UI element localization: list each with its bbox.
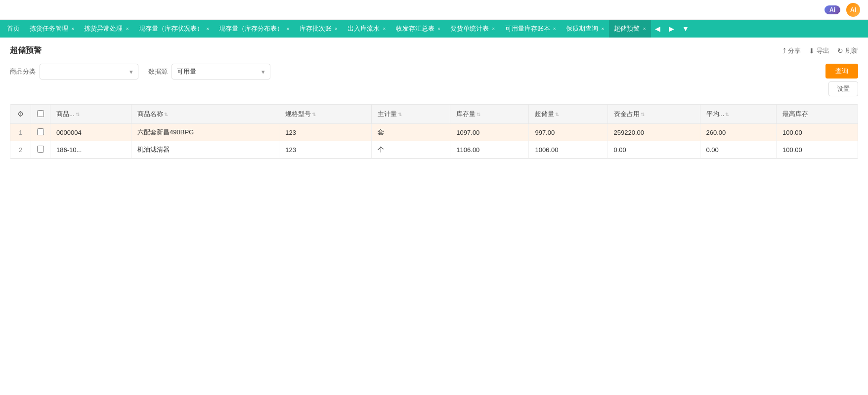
row-checkbox[interactable] <box>37 128 44 135</box>
data-source-select[interactable]: 可用量 ▾ <box>172 64 270 79</box>
product-name-header[interactable]: 商品名称⇅ <box>131 105 279 124</box>
unit-cell: 个 <box>372 141 450 158</box>
nav-item-summary[interactable]: 收发存汇总表 × <box>391 20 445 38</box>
nav-item-exception[interactable]: 拣货异常处理 × <box>79 20 133 38</box>
nav-batch-label: 库存批次账 <box>300 24 332 33</box>
overflow-cell: 997.00 <box>529 124 608 141</box>
refresh-button[interactable]: ↻ 刷新 <box>837 46 858 55</box>
product-code-cell: 0000004 <box>50 124 131 141</box>
max-stock-header[interactable]: 最高库存 <box>776 105 858 124</box>
nav-next-arrow[interactable]: ▶ <box>665 20 679 38</box>
close-icon[interactable]: × <box>601 26 604 32</box>
nav-item-batch[interactable]: 库存批次账 × <box>295 20 343 38</box>
capital-cell: 259220.00 <box>608 124 700 141</box>
refresh-icon: ↻ <box>837 47 843 55</box>
close-icon[interactable]: × <box>206 26 209 32</box>
topbar: Ai AI <box>0 0 868 20</box>
ai-button[interactable]: Ai <box>825 5 840 14</box>
nav-item-stock-status[interactable]: 现存量（库存状况表） × <box>134 20 214 38</box>
row-checkbox-cell <box>31 141 50 158</box>
nav-stock-status-label: 现存量（库存状况表） <box>139 24 203 33</box>
row-number: 1 <box>10 124 31 141</box>
close-icon[interactable]: × <box>286 26 289 32</box>
nav-item-expiry[interactable]: 保质期查询 × <box>561 20 609 38</box>
overflow-cell: 1006.00 <box>529 141 608 158</box>
export-button[interactable]: ⬇ 导出 <box>809 46 829 55</box>
sort-icon: ⇅ <box>76 112 80 117</box>
row-checkbox[interactable] <box>37 146 44 153</box>
avg-header[interactable]: 平均...⇅ <box>700 105 776 124</box>
nav-order-stats-label: 要货单统计表 <box>450 24 489 33</box>
chevron-down-icon: ▾ <box>130 68 133 76</box>
export-icon: ⬇ <box>809 47 815 55</box>
product-category-filter: 商品分类 ▾ <box>10 64 138 79</box>
query-button[interactable]: 查询 <box>825 64 858 79</box>
header-actions: ⤴ 分享 ⬇ 导出 ↻ 刷新 <box>782 46 858 55</box>
close-icon[interactable]: × <box>437 26 440 32</box>
close-icon[interactable]: × <box>492 26 495 32</box>
gear-column-header: ⚙ <box>10 105 31 124</box>
sort-icon: ⇅ <box>312 112 316 117</box>
product-code-header[interactable]: 商品...⇅ <box>50 105 131 124</box>
nav-item-overflow[interactable]: 超储预警 × <box>609 20 651 38</box>
product-code-cell: 186-10... <box>50 141 131 158</box>
overflow-header[interactable]: 超储量⇅ <box>529 105 608 124</box>
close-icon[interactable]: × <box>126 26 129 32</box>
page-container: 超储预警 ⤴ 分享 ⬇ 导出 ↻ 刷新 商品分类 ▾ 数据源 <box>0 38 868 167</box>
nav-summary-label: 收发存汇总表 <box>396 24 434 33</box>
nav-item-inout[interactable]: 出入库流水 × <box>343 20 391 38</box>
capital-header[interactable]: 资金占用⇅ <box>608 105 700 124</box>
nav-inout-label: 出入库流水 <box>347 24 380 33</box>
close-icon[interactable]: × <box>71 26 74 32</box>
nav-item-task[interactable]: 拣货任务管理 × <box>25 20 79 38</box>
column-settings-button[interactable]: ⚙ <box>16 109 25 119</box>
share-button[interactable]: ⤴ 分享 <box>782 46 801 55</box>
select-all-checkbox[interactable] <box>37 110 44 117</box>
product-category-select[interactable]: ▾ <box>40 64 138 79</box>
nav-item-home[interactable]: 首页 <box>2 20 25 38</box>
nav-home-label: 首页 <box>7 24 20 33</box>
table-row: 1 0000004 六配套新昌490BPG 123 套 1097.00 997.… <box>10 124 858 141</box>
nav-exception-label: 拣货异常处理 <box>84 24 123 33</box>
nav-item-available[interactable]: 可用量库存账本 × <box>500 20 561 38</box>
nav-overflow-label: 超储预警 <box>614 24 640 33</box>
page-header: 超储预警 ⤴ 分享 ⬇ 导出 ↻ 刷新 <box>10 45 858 56</box>
data-table: ⚙ 商品...⇅ 商品名称⇅ 规格型号⇅ 主计量⇅ <box>10 104 858 159</box>
nav-prev-arrow[interactable]: ◀ <box>651 20 665 38</box>
sort-icon: ⇅ <box>164 112 168 117</box>
user-avatar: AI <box>846 3 860 17</box>
nav-item-order-stats[interactable]: 要货单统计表 × <box>445 20 500 38</box>
stock-header[interactable]: 库存量⇅ <box>450 105 529 124</box>
settings-button[interactable]: 设置 <box>828 81 858 96</box>
stock-cell: 1106.00 <box>450 141 529 158</box>
max-stock-cell: 100.00 <box>776 141 858 158</box>
nav-item-stock-dist[interactable]: 现存量（库存分布表） × <box>214 20 294 38</box>
max-stock-cell: 100.00 <box>776 124 858 141</box>
nav-available-label: 可用量库存账本 <box>505 24 550 33</box>
close-icon[interactable]: × <box>553 26 556 32</box>
row-number: 2 <box>10 141 31 158</box>
nav-bar: 首页 拣货任务管理 × 拣货异常处理 × 现存量（库存状况表） × 现存量（库存… <box>0 20 868 38</box>
table-header-row: ⚙ 商品...⇅ 商品名称⇅ 规格型号⇅ 主计量⇅ <box>10 105 858 124</box>
sort-icon: ⇅ <box>477 112 480 117</box>
nav-more-arrow[interactable]: ▼ <box>679 20 693 38</box>
sort-icon: ⇅ <box>398 112 402 117</box>
close-icon[interactable]: × <box>383 26 386 32</box>
checkbox-column-header <box>31 105 50 124</box>
data-source-filter: 数据源 可用量 ▾ <box>148 64 270 79</box>
data-source-label: 数据源 <box>148 67 168 76</box>
unit-header[interactable]: 主计量⇅ <box>372 105 450 124</box>
share-label: 分享 <box>788 46 801 55</box>
nav-expiry-label: 保质期查询 <box>566 24 598 33</box>
nav-stock-dist-label: 现存量（库存分布表） <box>219 24 283 33</box>
spec-header[interactable]: 规格型号⇅ <box>279 105 372 124</box>
avg-cell: 260.00 <box>700 124 776 141</box>
close-icon[interactable]: × <box>643 26 646 32</box>
table-row: 2 186-10... 机油滤清器 123 个 1106.00 1006.00 … <box>10 141 858 158</box>
user-area[interactable]: AI <box>846 3 860 17</box>
page-title: 超储预警 <box>10 45 42 56</box>
row-checkbox-cell <box>31 124 50 141</box>
close-icon[interactable]: × <box>335 26 338 32</box>
sort-icon: ⇅ <box>555 112 559 117</box>
avg-cell: 0.00 <box>700 141 776 158</box>
